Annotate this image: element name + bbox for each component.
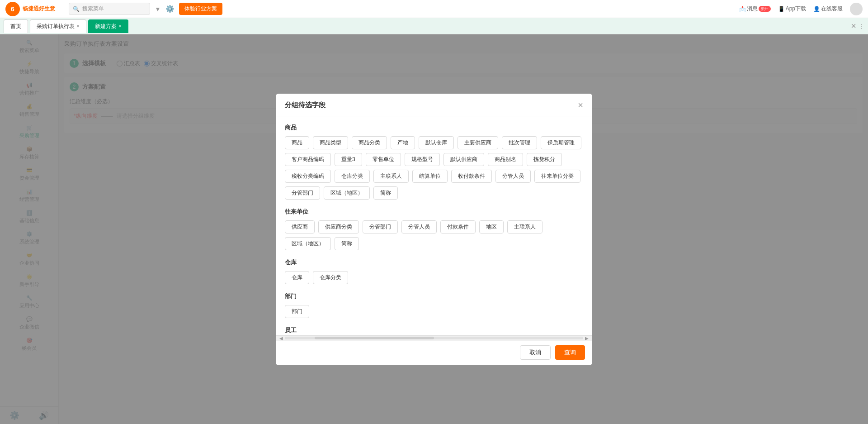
logo: 6 畅捷通好生意 xyxy=(5,2,64,16)
field-section-partner: 往来单位 供应商 供应商分类 分管部门 分管人员 付款条件 地区 主联系人 区域… xyxy=(285,208,583,250)
modal-hscroll: ◀ ▶ xyxy=(276,335,592,341)
section-title-partner: 往来单位 xyxy=(285,208,583,216)
field-tag[interactable]: 分管部门 xyxy=(363,220,398,233)
field-tag[interactable]: 区域（地区） xyxy=(285,237,331,250)
field-tags-product: 商品 商品类型 商品分类 产地 默认仓库 主要供应商 批次管理 保质期管理 客户… xyxy=(285,136,583,200)
field-tag[interactable]: 商品 xyxy=(285,136,309,149)
field-tag[interactable]: 产地 xyxy=(391,136,415,149)
field-tag[interactable]: 重量3 xyxy=(335,153,362,166)
field-tag[interactable]: 结算单位 xyxy=(412,170,448,183)
hscroll-thumb[interactable] xyxy=(315,337,434,339)
field-tag[interactable]: 地区 xyxy=(479,220,504,233)
top-nav-right: 📩 消息 99+ 📱 App下载 👤 在线客服 xyxy=(739,3,863,15)
tab-new-plan[interactable]: 新建方案 × xyxy=(88,19,128,33)
field-tag[interactable]: 仓库分类 xyxy=(335,170,370,183)
confirm-button[interactable]: 查询 xyxy=(555,345,585,360)
online-service-btn[interactable]: 👤 在线客服 xyxy=(813,5,843,13)
modal-header: 分组待选字段 × xyxy=(276,94,592,116)
field-tag[interactable]: 往来单位分类 xyxy=(534,170,580,183)
field-tag[interactable]: 主要供应商 xyxy=(458,136,498,149)
messages-btn[interactable]: 📩 消息 99+ xyxy=(739,5,771,13)
section-title-dept: 部门 xyxy=(285,292,583,300)
field-section-product: 商品 商品 商品类型 商品分类 产地 默认仓库 主要供应商 批次管理 保质期管理… xyxy=(285,124,583,200)
service-icon: 👤 xyxy=(813,6,820,12)
field-tag[interactable]: 仓库 xyxy=(285,271,309,284)
field-tag[interactable]: 部门 xyxy=(285,305,309,318)
field-tag[interactable]: 默认仓库 xyxy=(419,136,454,149)
tab-purchase-label: 采购订单执行表 xyxy=(37,23,75,30)
field-tag[interactable]: 规格型号 xyxy=(405,153,440,166)
field-tag[interactable]: 批次管理 xyxy=(502,136,537,149)
modal-title: 分组待选字段 xyxy=(285,101,326,110)
tab-purchase-list[interactable]: 采购订单执行表 × xyxy=(30,19,86,33)
field-tag[interactable]: 简称 xyxy=(335,237,359,250)
tab-new-plan-close[interactable]: × xyxy=(118,23,122,29)
field-tag[interactable]: 默认供应商 xyxy=(443,153,484,166)
field-tags-partner: 供应商 供应商分类 分管部门 分管人员 付款条件 地区 主联系人 区域（地区） … xyxy=(285,220,583,250)
modal-overlay: 分组待选字段 × 商品 商品 商品类型 商品分类 产地 默认仓库 主要供应商 批… xyxy=(0,34,868,424)
hscroll-track xyxy=(285,337,583,339)
field-tags-dept: 部门 xyxy=(285,305,583,318)
field-tag[interactable]: 供应商分类 xyxy=(318,220,359,233)
logo-text: 畅捷通好生意 xyxy=(23,5,55,13)
section-title-employee: 员工 xyxy=(285,326,583,334)
logo-icon: 6 xyxy=(5,2,20,16)
section-title-warehouse: 仓库 xyxy=(285,258,583,267)
user-avatar[interactable] xyxy=(850,3,863,15)
tab-close-all[interactable]: × xyxy=(851,21,856,31)
search-icon: 🔍 xyxy=(73,6,80,12)
try-btn[interactable]: 体验行业方案 xyxy=(179,3,222,15)
messages-badge: 99+ xyxy=(759,6,771,12)
field-tag[interactable]: 商品类型 xyxy=(313,136,348,149)
field-tag[interactable]: 分管人员 xyxy=(401,220,437,233)
hscroll-right-arrow[interactable]: ▶ xyxy=(585,336,589,341)
field-tag[interactable]: 商品别名 xyxy=(488,153,523,166)
tab-home[interactable]: 首页 xyxy=(4,19,28,33)
modal-body: 商品 商品 商品类型 商品分类 产地 默认仓库 主要供应商 批次管理 保质期管理… xyxy=(276,116,592,335)
field-tag[interactable]: 主联系人 xyxy=(373,170,409,183)
section-title-product: 商品 xyxy=(285,124,583,132)
field-tag[interactable]: 客户商品编码 xyxy=(285,153,331,166)
tab-bar: 首页 采购订单执行表 × 新建方案 × × ⋮ xyxy=(0,18,868,34)
hscroll-left-arrow[interactable]: ◀ xyxy=(279,336,283,341)
dropdown-icon[interactable]: ▼ xyxy=(155,5,161,13)
message-icon: 📩 xyxy=(739,6,746,12)
field-tag[interactable]: 商品分类 xyxy=(352,136,387,149)
field-tag[interactable]: 分管人员 xyxy=(495,170,531,183)
settings-icon[interactable]: ⚙️ xyxy=(165,5,175,13)
search-bar[interactable]: 🔍 搜索菜单 xyxy=(69,3,150,15)
field-tags-warehouse: 仓库 仓库分类 xyxy=(285,271,583,284)
tab-purchase-close[interactable]: × xyxy=(76,23,80,29)
field-tag[interactable]: 区域（地区） xyxy=(324,186,370,200)
tab-more[interactable]: ⋮ xyxy=(858,23,864,30)
field-section-warehouse: 仓库 仓库 仓库分类 xyxy=(285,258,583,284)
field-tag[interactable]: 收付款条件 xyxy=(451,170,492,183)
field-tag[interactable]: 供应商 xyxy=(285,220,315,233)
field-tag[interactable]: 付款条件 xyxy=(440,220,476,233)
cancel-button[interactable]: 取消 xyxy=(520,345,551,360)
modal: 分组待选字段 × 商品 商品 商品类型 商品分类 产地 默认仓库 主要供应商 批… xyxy=(276,94,592,365)
field-tag[interactable]: 仓库分类 xyxy=(313,271,348,284)
field-tag[interactable]: 保质期管理 xyxy=(541,136,581,149)
field-section-dept: 部门 部门 xyxy=(285,292,583,318)
tab-new-plan-label: 新建方案 xyxy=(95,23,117,30)
messages-label: 消息 xyxy=(747,5,758,13)
field-tag[interactable]: 分管部门 xyxy=(285,186,320,200)
field-tag[interactable]: 拣货积分 xyxy=(527,153,562,166)
modal-close-icon[interactable]: × xyxy=(578,100,583,110)
field-tag[interactable]: 税收分类编码 xyxy=(285,170,331,183)
modal-footer: 取消 查询 xyxy=(276,341,592,365)
field-section-employee: 员工 业务员 xyxy=(285,326,583,335)
download-icon: 📱 xyxy=(778,6,785,12)
field-tag[interactable]: 零售单位 xyxy=(366,153,401,166)
field-tag[interactable]: 主联系人 xyxy=(507,220,542,233)
search-placeholder: 搜索菜单 xyxy=(82,5,104,13)
app-download-btn[interactable]: 📱 App下载 xyxy=(778,5,806,13)
field-tag[interactable]: 简称 xyxy=(373,186,398,200)
